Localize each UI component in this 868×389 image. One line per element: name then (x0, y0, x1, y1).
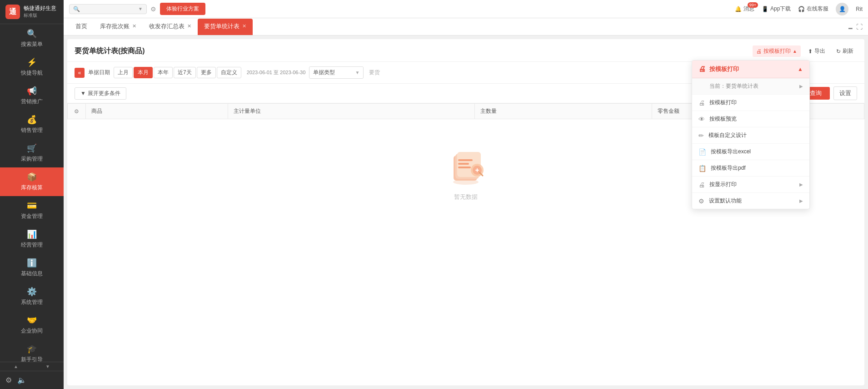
date-btn-year[interactable]: 本年 (154, 67, 173, 78)
table-header-unit: 主计量单位 (228, 104, 475, 119)
settings-button[interactable]: 设置 (833, 86, 857, 100)
topbar-search-area[interactable]: 🔍 ▼ (69, 4, 147, 14)
date-btn-custom[interactable]: 自定义 (217, 67, 241, 78)
search-icon: 🔍 (27, 29, 37, 39)
refresh-button[interactable]: ↻ 刷新 (833, 45, 857, 57)
topbar-search-icon: 🔍 (73, 6, 80, 12)
avatar-placeholder: 👤 (839, 6, 846, 12)
dropdown-header-left: 🖨 按模板打印 (698, 65, 739, 73)
date-btn-7days[interactable]: 近7天 (174, 67, 196, 78)
app-logo-icon: 通 (5, 5, 20, 19)
dropdown-print-icon: 🖨 (698, 65, 706, 73)
settings-icon[interactable]: ⚙ (5, 376, 12, 384)
export-icon: ⬆ (808, 48, 813, 55)
app-logo-text: 畅捷通好生意 标准版 (24, 5, 56, 19)
user-avatar[interactable]: 👤 (836, 3, 848, 15)
print-button[interactable]: 🖨 按模板打印 ▲ (753, 45, 801, 57)
trial-button[interactable]: 体验行业方案 (160, 3, 205, 15)
tab-receivable-summary[interactable]: 收发存汇总表 ✕ (143, 19, 198, 35)
page-content: 要货单统计表(按商品) 🖨 按模板打印 ▲ ⬆ 导出 ↻ 刷新 (67, 39, 864, 385)
dropdown-item-template-preview[interactable]: 👁 按模板预览 (692, 111, 809, 127)
date-btn-prev[interactable]: 上月 (114, 67, 133, 78)
dropdown-chevron-up-icon[interactable]: ▲ (798, 66, 803, 72)
topbar-search-input[interactable] (82, 6, 136, 12)
tab-maximize-icon[interactable]: ⛶ (856, 23, 863, 30)
topbar-gear-icon[interactable]: ⚙ (150, 5, 156, 13)
sales-icon: 💰 (27, 115, 37, 125)
date-btn-current[interactable]: 本月 (134, 67, 153, 78)
app-download-button[interactable]: 📱 App下载 (762, 5, 791, 13)
tab-receivable-summary-close[interactable]: ✕ (187, 23, 191, 29)
tab-order-stats[interactable]: 要货单统计表 ✕ (198, 19, 253, 35)
template-design-icon: ✏ (698, 132, 704, 139)
quick-nav-icon: ⚡ (27, 57, 37, 67)
expand-more-button[interactable]: ▼ 展开更多条件 (75, 87, 126, 100)
dropdown-item-template-print[interactable]: 🖨 按模板打印 (692, 95, 809, 111)
inventory-icon: 📦 (27, 172, 37, 182)
print-icon: 🖨 (756, 48, 762, 55)
topbar-username: Rit (856, 6, 863, 12)
sidebar-item-enterprise[interactable]: 🤝 企业协同 (0, 311, 64, 339)
table-settings-header[interactable]: ⚙ (68, 104, 86, 119)
sidebar-item-search[interactable]: 🔍 搜索菜单 (0, 24, 64, 53)
sidebar-item-inventory[interactable]: 📦 库存核算 (0, 167, 64, 196)
dropdown-item-template-design[interactable]: ✏ 模板自定义设计 (692, 127, 809, 144)
default-func-arrow: ▶ (799, 198, 803, 203)
tab-home[interactable]: 首页 (69, 19, 94, 35)
sidebar-item-quick-nav[interactable]: ⚡ 快捷导航 (0, 53, 64, 81)
dropdown-item-export-pdf[interactable]: 📋 按模板导出pdf (692, 160, 809, 177)
tab-inventory-batch[interactable]: 库存批次账 ✕ (94, 19, 143, 35)
notification-badge: 99+ (748, 2, 758, 8)
tab-inventory-batch-close[interactable]: ✕ (132, 23, 136, 29)
collapse-icon: « (78, 70, 81, 76)
sidebar-nav: 🔍 搜索菜单 ⚡ 快捷导航 📢 营销推广 💰 销售管理 🛒 采购管理 📦 库存核… (0, 24, 64, 362)
dropdown-header-right: ▲ (798, 66, 803, 72)
dropdown-item-export-excel[interactable]: 📄 按模板导出excel (692, 144, 809, 160)
sidebar-item-marketing[interactable]: 📢 营销推广 (0, 81, 64, 110)
topbar-chevron-icon: ▼ (138, 6, 143, 11)
topbar-right: 🔔 消息 99+ 📱 App下载 🎧 在线客服 👤 Rit (735, 3, 863, 15)
date-btn-more[interactable]: 更多 (197, 67, 216, 78)
sidebar: 通 畅捷通好生意 标准版 🔍 搜索菜单 ⚡ 快捷导航 📢 营销推广 💰 销售管理… (0, 0, 64, 389)
display-print-icon: 🖨 (698, 181, 705, 188)
sidebar-item-purchase[interactable]: 🛒 采购管理 (0, 139, 64, 167)
notification-button[interactable]: 🔔 消息 99+ (735, 5, 754, 13)
scroll-up-arrow[interactable]: ▲ (14, 364, 18, 369)
sidebar-item-system[interactable]: ⚙️ 系统管理 (0, 282, 64, 311)
doc-type-select[interactable]: 单据类型 ▼ (309, 66, 364, 79)
doc-type-select-arrow: ▼ (355, 70, 359, 75)
doc-type-filter-label: 要货 (369, 69, 380, 76)
export-excel-icon: 📄 (698, 148, 706, 156)
topbar: 🔍 ▼ ⚙ 体验行业方案 🔔 消息 99+ 📱 App下载 🎧 在线客服 👤 (64, 0, 868, 18)
template-preview-icon: 👁 (698, 116, 705, 123)
scroll-down-arrow[interactable]: ▼ (45, 364, 50, 369)
page-title-bar: 要货单统计表(按商品) 🖨 按模板打印 ▲ ⬆ 导出 ↻ 刷新 (67, 39, 864, 62)
sound-icon[interactable]: 🔈 (17, 376, 26, 384)
sidebar-item-newbie[interactable]: 🎓 新手引导 (0, 339, 64, 362)
dropdown-current-template[interactable]: 当前：要货单统计表 ▶ (692, 78, 809, 95)
dropdown-item-display-print[interactable]: 🖨 按显示打印 ▶ (692, 177, 809, 193)
service-icon: 🎧 (798, 6, 805, 12)
sidebar-item-sales[interactable]: 💰 销售管理 (0, 110, 64, 139)
sidebar-bottom: ⚙ 🔈 (0, 371, 64, 389)
sidebar-item-operation[interactable]: 📊 经营管理 (0, 225, 64, 253)
export-pdf-icon: 📋 (698, 165, 706, 172)
sidebar-item-basic[interactable]: ℹ️ 基础信息 (0, 253, 64, 282)
filter-collapse-button[interactable]: « (75, 68, 85, 78)
template-print-icon: 🖨 (698, 99, 705, 106)
tab-order-stats-close[interactable]: ✕ (242, 23, 246, 29)
system-icon: ⚙️ (27, 287, 37, 297)
basic-icon: ℹ️ (27, 258, 37, 268)
table-header-quantity: 主数量 (475, 104, 652, 119)
display-print-arrow: ▶ (799, 182, 803, 187)
tab-minimize-icon[interactable]: 🗕 (847, 23, 853, 30)
svg-rect-4 (458, 159, 473, 161)
table-settings-icon[interactable]: ⚙ (74, 108, 79, 115)
enterprise-icon: 🤝 (27, 315, 37, 325)
export-button[interactable]: ⬆ 导出 (804, 45, 829, 57)
dropdown-item-default-func[interactable]: ⚙ 设置默认功能 ▶ (692, 193, 809, 209)
app-download-icon: 📱 (762, 6, 768, 12)
sidebar-item-finance[interactable]: 💳 资金管理 (0, 196, 64, 225)
service-button[interactable]: 🎧 在线客服 (798, 5, 828, 13)
notification-icon: 🔔 (735, 6, 742, 12)
